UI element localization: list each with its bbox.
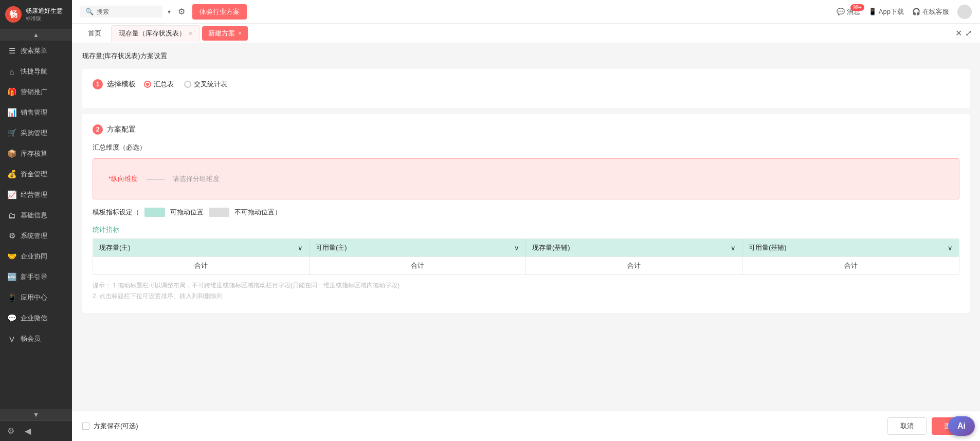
search-menu-icon: ☰ [7, 46, 16, 56]
sidebar-item-member[interactable]: V 畅会员 [0, 328, 72, 349]
draggable-label: 可拖动位置 [170, 208, 204, 217]
gear-icon: ⚙ [7, 231, 16, 241]
step1-header: 1 选择模板 汇总表 交叉统计表 [93, 79, 959, 89]
sidebar-item-label: 搜索菜单 [21, 46, 47, 56]
stats-section: 统计指标 现存量(主) ∨ 可用量(主) ∨ 现存量(基辅) [93, 225, 959, 275]
wechat-icon: 💬 [7, 314, 16, 323]
sidebar-item-label: 畅会员 [21, 334, 41, 343]
message-btn[interactable]: 💬 消息 99+ [837, 7, 860, 16]
col-header-2[interactable]: 现存量(基辅) ∨ [526, 239, 742, 256]
sidebar-nav: ☰ 搜索菜单 ⌂ 快捷导航 🎁 营销推广 📊 销售管理 🛒 采购管理 📦 库存核… [0, 41, 72, 409]
tab-new-label: 新建方案 [208, 29, 235, 38]
page-title: 现存量(库存状况表)方案设置 [82, 51, 970, 61]
sidebar-item-cooperation[interactable]: 🤝 企业协同 [0, 246, 72, 267]
collapse-icon[interactable]: ◀ [25, 426, 31, 436]
stats-table-row: 合计 合计 合计 合计 [93, 256, 959, 274]
app-logo-icon: 畅 [5, 6, 22, 23]
sidebar-item-marketing[interactable]: 🎁 营销推广 [0, 82, 72, 102]
col-dropdown-2[interactable]: ∨ [731, 244, 736, 252]
draggable-indicator [144, 208, 165, 217]
sidebar-scroll-down[interactable]: ▼ [0, 409, 72, 420]
sidebar: 畅 畅康通好生意 标准版 ▲ ☰ 搜索菜单 ⌂ 快捷导航 🎁 营销推广 📊 销售… [0, 0, 72, 441]
col-dropdown-3[interactable]: ∨ [948, 244, 953, 252]
dimension-required-area[interactable]: *纵向维度 —— 请选择分组维度 [93, 158, 959, 199]
stats-table-header: 现存量(主) ∨ 可用量(主) ∨ 现存量(基辅) ∨ 可用量(基辅) [93, 239, 959, 256]
tabs-right-controls: ✕ ⤢ [955, 28, 972, 38]
cancel-button[interactable]: 取消 [887, 417, 927, 435]
tab-new-close[interactable]: × [238, 30, 242, 36]
sidebar-item-quick-nav[interactable]: ⌂ 快捷导航 [0, 61, 72, 82]
tab-expand-icon[interactable]: ⤢ [965, 28, 972, 38]
folder-icon: 🗂 [7, 211, 16, 220]
col-header-0[interactable]: 现存量(主) ∨ [93, 239, 310, 256]
radio-cross-label: 交叉统计表 [194, 80, 227, 89]
radio-cross-dot [184, 81, 191, 88]
sidebar-item-sales[interactable]: 📊 销售管理 [0, 102, 72, 123]
sidebar-item-management[interactable]: 📈 经营管理 [0, 185, 72, 205]
step1-card: 1 选择模板 汇总表 交叉统计表 [82, 69, 970, 108]
stats-table: 现存量(主) ∨ 可用量(主) ∨ 现存量(基辅) ∨ 可用量(基辅) [93, 238, 959, 275]
sidebar-item-wechat[interactable]: 💬 企业微信 [0, 308, 72, 328]
sidebar-item-label: 快捷导航 [21, 67, 47, 76]
settings-icon[interactable]: ⚙ [7, 426, 14, 436]
app-download-btn[interactable]: 📱 App下载 [868, 7, 904, 16]
col-header-3[interactable]: 可用量(基辅) ∨ [742, 239, 959, 256]
handshake-icon: 🤝 [7, 252, 16, 261]
field-placeholder: 请选择分组维度 [173, 174, 220, 183]
tab-new-plan[interactable]: 新建方案 × [202, 26, 248, 41]
gift-icon: 🎁 [7, 87, 16, 97]
tab-inventory-close[interactable]: × [189, 30, 192, 36]
template-radio-group: 汇总表 交叉统计表 [144, 80, 227, 89]
trial-btn[interactable]: 体验行业方案 [192, 4, 247, 20]
ai-btn-label: Ai [957, 421, 966, 431]
sidebar-scroll-up[interactable]: ▲ [0, 29, 72, 41]
sidebar-item-label: 销售管理 [21, 108, 47, 117]
tab-inventory[interactable]: 现存量（库存状况表） × [111, 25, 200, 42]
sidebar-item-finance[interactable]: 💰 资金管理 [0, 164, 72, 185]
save-checkbox[interactable] [82, 422, 89, 430]
user-avatar[interactable] [957, 5, 972, 19]
mobile-icon: 📱 [7, 293, 16, 302]
new-icon: 🆕 [7, 272, 16, 282]
sidebar-item-base-info[interactable]: 🗂 基础信息 [0, 205, 72, 226]
sidebar-item-search[interactable]: ☰ 搜索菜单 [0, 41, 72, 61]
col-label-2: 现存量(基辅) [532, 243, 570, 252]
sidebar-item-label: 资金管理 [21, 170, 47, 179]
topbar-dropdown-icon[interactable]: ▾ [168, 8, 171, 15]
radio-summary[interactable]: 汇总表 [144, 80, 174, 89]
step2-title: 方案配置 [107, 125, 136, 134]
search-input[interactable] [97, 8, 148, 15]
radio-cross[interactable]: 交叉统计表 [184, 80, 227, 89]
app-logo-text: 畅康通好生意 标准版 [26, 7, 63, 23]
sidebar-item-new-guide[interactable]: 🆕 新手引导 [0, 267, 72, 287]
col-dropdown-0[interactable]: ∨ [298, 244, 303, 252]
col-header-1[interactable]: 可用量(主) ∨ [310, 239, 526, 256]
step1-num: 1 [93, 79, 103, 89]
tab-close-window-icon[interactable]: ✕ [955, 28, 962, 38]
sidebar-item-label: 经营管理 [21, 190, 47, 199]
online-service-btn[interactable]: 🎧 在线客服 [912, 7, 949, 16]
ai-float-button[interactable]: Ai [948, 416, 975, 436]
sidebar-item-inventory[interactable]: 📦 库存核算 [0, 143, 72, 164]
sidebar-item-system[interactable]: ⚙ 系统管理 [0, 226, 72, 246]
col-label-0: 现存量(主) [99, 243, 131, 252]
topbar-right: 💬 消息 99+ 📱 App下载 🎧 在线客服 [837, 5, 972, 19]
sidebar-item-label: 企业微信 [21, 314, 47, 323]
col-sub-0: 合计 [93, 257, 310, 274]
trend-icon: 📈 [7, 190, 16, 199]
col-dropdown-1[interactable]: ∨ [514, 244, 519, 252]
sidebar-item-app-center[interactable]: 📱 应用中心 [0, 287, 72, 308]
vertical-field-label: *纵向维度 [108, 174, 138, 183]
tabs-bar: 首页 现存量（库存状况表） × 新建方案 × ✕ ⤢ [72, 24, 980, 43]
sidebar-item-purchase[interactable]: 🛒 采购管理 [0, 123, 72, 143]
sidebar-item-label: 系统管理 [21, 231, 47, 241]
sidebar-item-label: 库存核算 [21, 149, 47, 158]
message-icon: 💬 [837, 8, 845, 15]
sidebar-logo: 畅 畅康通好生意 标准版 [0, 0, 72, 29]
cart-icon: 🛒 [7, 128, 16, 138]
non-draggable-label: 不可拖动位置） [234, 208, 281, 217]
content-area: 现存量(库存状况表)方案设置 1 选择模板 汇总表 交叉统计表 [72, 43, 980, 411]
topbar-search-box[interactable]: 🔍 [80, 6, 162, 17]
topbar-gear-icon[interactable]: ⚙ [178, 7, 185, 16]
tab-home[interactable]: 首页 [80, 25, 109, 42]
